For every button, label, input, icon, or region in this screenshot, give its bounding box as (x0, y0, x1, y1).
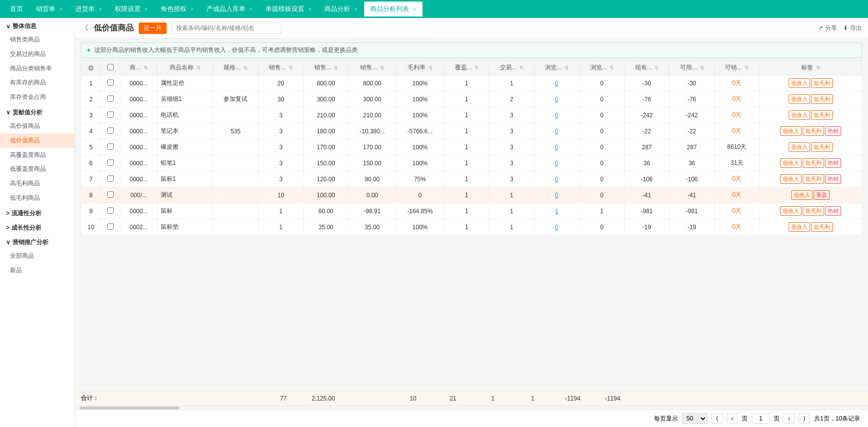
browse-link[interactable]: 0 (555, 176, 559, 183)
browse-link[interactable]: 0 (555, 112, 559, 119)
row-browse1[interactable]: 0 (534, 91, 579, 107)
row-checkbox[interactable] (101, 91, 120, 107)
row-select-checkbox[interactable] (107, 175, 114, 182)
col-tags[interactable]: 标签 ⇅ (759, 60, 862, 75)
row-checkbox[interactable] (101, 139, 120, 155)
horizontal-scrollbar[interactable] (75, 406, 868, 410)
row-checkbox[interactable] (101, 123, 120, 139)
row-browse1[interactable]: 0 (534, 171, 579, 187)
browse-link[interactable]: 1 (555, 208, 559, 215)
nav-analysis[interactable]: 商品分析 × (318, 1, 363, 16)
nav-templates[interactable]: 单据模板设置 × (259, 1, 317, 16)
browse-link[interactable]: 0 (555, 144, 559, 151)
row-browse1[interactable]: 0 (534, 219, 579, 235)
share-button[interactable]: ↗ 分享 (818, 24, 837, 32)
collapse-sidebar-btn[interactable]: 《 (81, 23, 89, 33)
nav-analysis-list[interactable]: 商品分析列表 × (364, 1, 422, 16)
browse-link[interactable]: 0 (555, 192, 559, 199)
nav-sales[interactable]: 销货单 × (30, 1, 68, 16)
sidebar-section-contribution[interactable]: ∨ 贡献值分析 (0, 104, 74, 119)
page-input[interactable] (752, 414, 770, 424)
sidebar-item-low-coverage[interactable]: 低覆盖度商品 (0, 162, 74, 176)
row-select-checkbox[interactable] (107, 127, 114, 134)
sidebar-item-category-sales[interactable]: 商品分类销售率 (0, 61, 74, 76)
col-s3[interactable]: 销售... ⇅ (348, 60, 396, 75)
col-trade[interactable]: 交易... ⇅ (489, 60, 534, 75)
sidebar-item-high-coverage[interactable]: 高覆盖度商品 (0, 148, 74, 162)
nav-home[interactable]: 首页 (4, 1, 29, 16)
row-browse1[interactable]: 0 (534, 75, 579, 91)
row-browse1[interactable]: 0 (534, 107, 579, 123)
select-all-checkbox[interactable] (107, 64, 114, 70)
col-browse1[interactable]: 浏览... ⇅ (534, 60, 579, 75)
sidebar-section-liquidity[interactable]: > 流通性分析 (0, 205, 74, 220)
row-select-checkbox[interactable] (107, 143, 114, 150)
first-page-btn[interactable]: ⟨ (711, 414, 723, 424)
row-select-checkbox[interactable] (107, 95, 114, 102)
row-checkbox[interactable] (101, 107, 120, 123)
sidebar-item-low-margin[interactable]: 低毛利商品 (0, 191, 74, 205)
browse-link[interactable]: 0 (555, 160, 559, 167)
sidebar-item-sales-category[interactable]: 销售类商品 (0, 32, 74, 47)
sidebar-section-marketing[interactable]: ∨ 营销推广分析 (0, 234, 74, 249)
col-cover[interactable]: 覆盖... ⇅ (444, 60, 489, 75)
sidebar-section-growth[interactable]: > 成长性分析 (0, 220, 74, 234)
sidebar-item-high-margin[interactable]: 高毛利商品 (0, 176, 74, 191)
row-browse1[interactable]: 0 (534, 187, 579, 203)
row-browse1[interactable]: 0 (534, 123, 579, 139)
table-container[interactable]: ⚙ 商... ⇅ 商品名称 ⇅ 规格... ⇅ 销售... ⇅ 销售... ⇅ … (75, 60, 868, 391)
col-browse2[interactable]: 浏览... ⇅ (579, 60, 624, 75)
col-spec[interactable]: 规格... ⇅ (213, 60, 258, 75)
row-checkbox[interactable] (101, 187, 120, 203)
row-select-checkbox[interactable] (107, 207, 114, 214)
row-checkbox[interactable] (101, 203, 120, 219)
row-browse1[interactable]: 1 (534, 203, 579, 219)
sidebar-item-low-value[interactable]: 低价值商品 (0, 133, 74, 148)
filter-recent-month-btn[interactable]: 近一月 (139, 22, 167, 34)
row-browse1[interactable]: 0 (534, 155, 579, 171)
col-name[interactable]: 商品名称 ⇅ (157, 60, 213, 75)
nav-permissions[interactable]: 权限设置 × (109, 1, 154, 16)
browse-link[interactable]: 0 (555, 128, 559, 135)
row-select-checkbox[interactable] (107, 223, 114, 230)
next-page-btn[interactable]: › (784, 414, 795, 424)
row-checkbox[interactable] (101, 75, 120, 91)
sidebar-item-in-stock[interactable]: 有库存的商品 (0, 75, 74, 90)
col-settings[interactable]: ⚙ (81, 60, 101, 75)
browse-link[interactable]: 0 (555, 96, 559, 103)
prev-page-btn[interactable]: ‹ (727, 414, 738, 424)
sidebar-section-overall[interactable]: ∨ 整体信息 (0, 18, 74, 32)
row-select-checkbox[interactable] (107, 79, 114, 86)
export-button[interactable]: ⬇ 导出 (843, 24, 862, 32)
search-input[interactable] (172, 22, 281, 34)
col-sellable[interactable]: 可销... ⇅ (714, 60, 759, 75)
last-page-btn[interactable]: ⟩ (799, 414, 810, 424)
nav-roles[interactable]: 角色授权 × (155, 1, 200, 16)
browse-link[interactable]: 0 (555, 224, 559, 231)
sidebar-item-new-products[interactable]: 新品 (0, 263, 74, 278)
row-browse1[interactable]: 0 (534, 139, 579, 155)
sidebar-item-all-products[interactable]: 全部商品 (0, 249, 74, 263)
row-select-checkbox[interactable] (107, 111, 114, 118)
col-code[interactable]: 商... ⇅ (120, 60, 157, 75)
row-select-checkbox[interactable] (107, 191, 114, 198)
settings-icon[interactable]: ⚙ (88, 64, 94, 72)
col-checkbox[interactable] (101, 60, 120, 75)
row-checkbox[interactable] (101, 171, 120, 187)
col-gross[interactable]: 毛利率 ⇅ (396, 60, 444, 75)
col-stock1[interactable]: 现有... ⇅ (624, 60, 669, 75)
browse-link[interactable]: 0 (555, 80, 559, 87)
per-page-select[interactable]: 50 100 200 (682, 413, 707, 424)
nav-purchase[interactable]: 进货单 × (69, 1, 108, 16)
row-checkbox[interactable] (101, 219, 120, 235)
col-stock2[interactable]: 可用... ⇅ (669, 60, 714, 75)
row-select-checkbox[interactable] (107, 159, 114, 166)
sidebar-item-traded[interactable]: 交易过的商品 (0, 47, 74, 61)
col-s1[interactable]: 销售... ⇅ (258, 60, 303, 75)
sidebar-item-stock-funds[interactable]: 库存资金占用 (0, 90, 74, 104)
scrollbar-thumb[interactable] (80, 407, 180, 410)
row-checkbox[interactable] (101, 155, 120, 171)
sidebar-item-high-value[interactable]: 高价值商品 (0, 119, 74, 133)
nav-products[interactable]: 产成品入库单 × (201, 1, 258, 16)
col-s2[interactable]: 销售... ⇅ (303, 60, 348, 75)
